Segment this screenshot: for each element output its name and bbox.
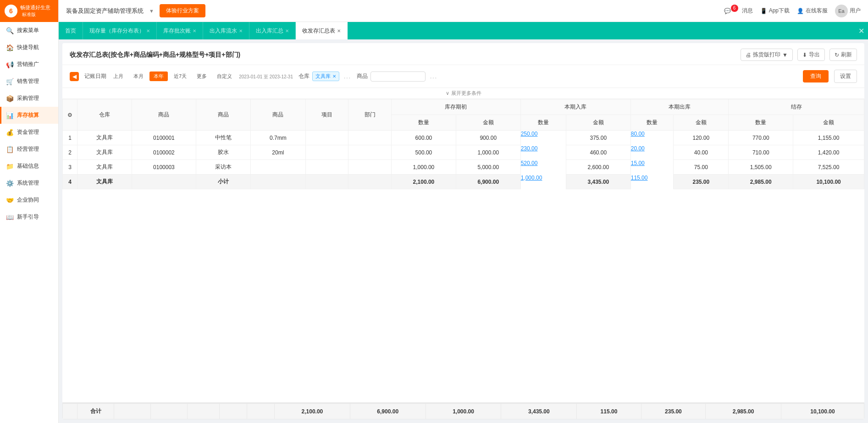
- tabbar: 首页现存量（库存分布表） ✕库存批次账 ✕出入库流水 ✕出入库汇总 ✕收发存汇总…: [59, 22, 868, 39]
- footer-in-qty: 1,000.00: [426, 404, 501, 419]
- date-btn-本月[interactable]: 本月: [129, 71, 148, 81]
- row-no-2: 3: [63, 160, 77, 175]
- sidebar-label-search: 搜索菜单: [17, 27, 39, 34]
- user-item[interactable]: Ea 用户: [835, 5, 861, 17]
- col-dept: 部门: [348, 99, 392, 131]
- col-settings-btn[interactable]: ⚙: [63, 99, 77, 131]
- query-btn[interactable]: 查询: [803, 70, 829, 82]
- filter-collapse-btn[interactable]: ◀: [70, 72, 79, 81]
- tab-0[interactable]: 首页: [59, 22, 83, 39]
- sidebar-item-search[interactable]: 🔍 搜索菜单: [0, 22, 58, 39]
- goods-input[interactable]: [370, 71, 426, 82]
- tab-1[interactable]: 现存量（库存分布表） ✕: [83, 22, 157, 39]
- row-bal-qty-2: 1,505.00: [729, 160, 793, 175]
- warehouse-tag[interactable]: 文具库 ✕: [312, 71, 339, 81]
- sidebar-item-quick[interactable]: 🏠 快捷导航: [0, 39, 58, 56]
- row-out-amt-0: 120.00: [674, 131, 729, 145]
- row-init-qty-3: 2,100.00: [392, 175, 456, 189]
- row-name-1: 胶水: [196, 145, 251, 160]
- tab-5[interactable]: 收发存汇总表 ✕: [296, 22, 348, 39]
- col-group-init: 库存期初: [392, 99, 521, 115]
- sidebar-item-finance[interactable]: 💰 资金管理: [0, 124, 58, 141]
- online-service-item[interactable]: 👤 在线客服: [797, 7, 828, 15]
- app-download-item[interactable]: 📱 App下载: [760, 7, 790, 15]
- sidebar-item-sales[interactable]: 🛒 销售管理: [0, 73, 58, 90]
- date-btn-自定义[interactable]: 自定义: [213, 71, 236, 81]
- table-wrap: ⚙ 仓库 商品 商品 商品 项目 部门 库存期初 本期入库 本期出库 结存: [62, 99, 864, 402]
- row-code-2: 0100003: [132, 160, 196, 175]
- warehouse-tag-remove[interactable]: ✕: [332, 74, 336, 79]
- date-btn-更多[interactable]: 更多: [193, 71, 211, 81]
- expand-icon: ∨: [446, 90, 449, 96]
- tab-3[interactable]: 出入库流水 ✕: [203, 22, 249, 39]
- collapse-icon: ◀: [72, 73, 77, 80]
- col-group-in: 本期入库: [520, 99, 630, 115]
- table-row-0: 1 文具库 0100001 中性笔 0.7mm 600.00 900.00 25…: [63, 131, 864, 145]
- expand-label: 展开更多条件: [451, 90, 481, 97]
- tab-2[interactable]: 库存批次账 ✕: [157, 22, 203, 39]
- row-code-1: 0100002: [132, 145, 196, 160]
- print-btn[interactable]: 🖨 拣货版打印 ▼: [741, 49, 793, 61]
- col-out-qty: 数量: [630, 115, 674, 131]
- tab-label-0: 首页: [65, 27, 76, 35]
- filter-settings-btn[interactable]: 设置: [834, 70, 857, 83]
- col-name: 商品: [196, 99, 251, 131]
- tab-close-5[interactable]: ✕: [337, 28, 341, 33]
- col-out-amt: 金额: [674, 115, 729, 131]
- system-name: 装备及固定资产辅助管理系统: [66, 7, 144, 15]
- date-btn-本年[interactable]: 本年: [149, 71, 168, 81]
- content-card: 收发存汇总表(按仓库+商品编码+商品+规格型号+项目+部门) 🖨 拣货版打印 ▼…: [62, 43, 864, 419]
- row-bal-qty-1: 710.00: [729, 145, 793, 160]
- col-bal-amt: 金额: [793, 115, 864, 131]
- row-bal-amt-1: 1,420.00: [793, 145, 864, 160]
- logo-tag: 标准版: [20, 11, 38, 18]
- sidebar-label-purchase: 采购管理: [17, 94, 39, 102]
- system-dropdown[interactable]: ▼: [149, 8, 154, 14]
- msg-badge: 6: [731, 5, 738, 12]
- col-init-amt: 金额: [456, 115, 520, 131]
- trial-btn[interactable]: 体验行业方案: [160, 4, 205, 17]
- refresh-btn[interactable]: ↻ 刷新: [829, 49, 857, 61]
- tab-close-1[interactable]: ✕: [146, 28, 150, 33]
- date-btn-近7天[interactable]: 近7天: [170, 71, 191, 81]
- col-init-qty: 数量: [392, 115, 456, 131]
- row-project-3: [305, 175, 348, 189]
- expand-more-bar[interactable]: ∨ 展开更多条件: [62, 88, 864, 99]
- row-in-amt-1: 460.00: [566, 145, 630, 160]
- topbar: 装备及固定资产辅助管理系统 ▼ 体验行业方案 💬 6 消息 📱 App下载 👤 …: [59, 0, 868, 22]
- table-row-1: 2 文具库 0100002 胶水 20ml 500.00 1,000.00 23…: [63, 145, 864, 160]
- print-dropdown-icon: ▼: [782, 52, 788, 58]
- sidebar-item-purchase[interactable]: 📦 采购管理: [0, 90, 58, 107]
- logo-icon: 6: [5, 5, 17, 17]
- sidebar-item-cooperation[interactable]: 🤝 企业协同: [0, 192, 58, 209]
- msg-item[interactable]: 💬 6 消息: [724, 7, 753, 15]
- sidebar-icon-marketing: 📢: [6, 61, 13, 68]
- tab-close-2[interactable]: ✕: [193, 28, 196, 33]
- footer-out-qty: 115.00: [577, 404, 641, 419]
- date-btn-上月[interactable]: 上月: [109, 71, 127, 81]
- page-header: 收发存汇总表(按仓库+商品编码+商品+规格型号+项目+部门) 🖨 拣货版打印 ▼…: [62, 43, 864, 65]
- sidebar-icon-purchase: 📦: [6, 95, 13, 102]
- filter-bar: ◀ 记账日期 上月本月本年近7天更多自定义 2023-01-01 至 2023-…: [62, 65, 864, 88]
- export-btn[interactable]: ⬇ 导出: [797, 49, 825, 61]
- sidebar-label-inventory: 库存核算: [17, 111, 39, 119]
- sidebar-item-marketing[interactable]: 📢 营销推广: [0, 56, 58, 73]
- sidebar-item-system[interactable]: ⚙️ 系统管理: [0, 175, 58, 192]
- tab-4[interactable]: 出入库汇总 ✕: [249, 22, 296, 39]
- sidebar-label-system: 系统管理: [17, 179, 39, 187]
- row-project-2: [305, 160, 348, 175]
- row-in-amt-3: 3,435.00: [566, 175, 630, 189]
- close-all-tabs-btn[interactable]: ✕: [858, 27, 864, 35]
- warehouse-more-btn[interactable]: ...: [344, 73, 351, 80]
- sidebar-item-guide[interactable]: 📖 新手引导: [0, 209, 58, 225]
- sidebar-label-operation: 经营管理: [17, 145, 39, 153]
- sidebar-item-basic[interactable]: 📁 基础信息: [0, 158, 58, 175]
- tab-close-4[interactable]: ✕: [285, 28, 289, 33]
- row-dept-0: [348, 131, 392, 145]
- sidebar-label-guide: 新手引导: [17, 213, 39, 221]
- sidebar-item-operation[interactable]: 📋 经营管理: [0, 141, 58, 158]
- sidebar-item-inventory[interactable]: 📊 库存核算: [0, 107, 58, 124]
- goods-more-btn[interactable]: ...: [430, 73, 437, 80]
- col-group-out: 本期出库: [630, 99, 729, 115]
- tab-close-3[interactable]: ✕: [239, 28, 243, 33]
